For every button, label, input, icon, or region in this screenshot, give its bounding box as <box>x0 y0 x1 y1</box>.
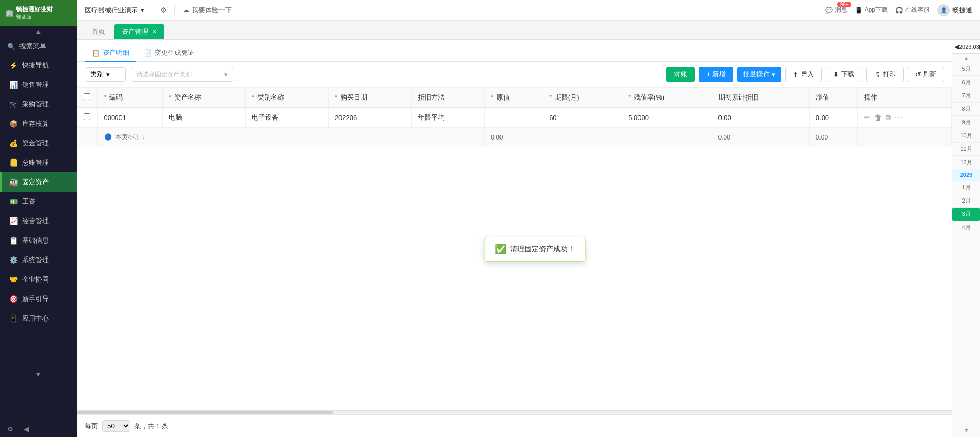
td-category: 电子设备 <box>245 108 328 128</box>
table-scrollbar[interactable] <box>77 410 952 414</box>
category-filter-label[interactable]: 类别 ▾ <box>85 67 126 82</box>
filter-label: 类别 <box>90 70 104 79</box>
data-table-wrap: * 编码 * 资产名称 * 类别名称 <box>77 88 952 410</box>
subtab-change-voucher[interactable]: 📄 变更生成凭证 <box>136 45 202 62</box>
row-checkbox[interactable] <box>84 113 90 120</box>
user-name: 畅捷通 <box>952 6 972 15</box>
td-net-value: 0.00 <box>809 108 857 128</box>
calendar-month-2023-1[interactable]: 1月 <box>952 181 980 194</box>
experience-label: 我要体验一下 <box>192 6 232 15</box>
guide-icon: 🎯 <box>9 295 18 303</box>
sidebar-item-system[interactable]: ⚙️ 系统管理 <box>0 250 77 270</box>
sidebar-item-guide[interactable]: 🎯 新手引导 <box>0 289 77 309</box>
sidebar-collapse-icon[interactable]: ◀ <box>24 425 29 433</box>
calendar-down-icon: ▾ <box>965 426 968 434</box>
calendar-header-label: 2023.03 <box>959 44 979 50</box>
calendar-header: ◀ 2023.03 ▶ <box>952 40 980 54</box>
sidebar-scroll-up[interactable]: ▲ <box>0 26 77 37</box>
sidebar-settings-icon[interactable]: ⚙ <box>7 425 13 433</box>
edit-action-icon[interactable]: ✏ <box>864 113 870 122</box>
reconcile-button[interactable]: 对账 <box>666 67 695 82</box>
sidebar-label-quick-nav: 快捷导航 <box>22 61 49 70</box>
sidebar-bottom: ⚙ ◀ <box>0 421 77 437</box>
th-period-label: 期限(月) <box>555 93 579 101</box>
experience-icon: ☁ <box>183 6 189 14</box>
sidebar-item-basic-info[interactable]: 📋 基础信息 <box>0 231 77 250</box>
sidebar-label-basic-info: 基础信息 <box>22 236 49 245</box>
sidebar-item-fixed-assets[interactable]: 🏭 固定资产 <box>0 172 77 192</box>
tab-asset-mgmt[interactable]: 资产管理 ✕ <box>114 24 164 39</box>
delete-action-icon[interactable]: 🗑 <box>874 113 882 122</box>
batch-button[interactable]: 批量操作 ▾ <box>737 67 781 82</box>
content-main: 📋 资产明细 📄 变更生成凭证 类别 ▾ 请选择固定资产类别 ▾ <box>77 40 952 437</box>
th-actions-label: 操作 <box>864 93 877 101</box>
topbar-settings-icon[interactable]: ⚙ <box>160 6 167 15</box>
td-code: 000001 <box>97 108 162 128</box>
per-page-select[interactable]: 50 10 20 100 <box>102 420 130 432</box>
calendar-bottom[interactable]: ▾ <box>952 423 980 437</box>
sidebar-item-ledger[interactable]: 📒 总账管理 <box>0 153 77 172</box>
download-button[interactable]: ⬇ 下载 <box>826 67 862 82</box>
th-residual-rate: * 残值率(%) <box>622 88 712 108</box>
calendar-month-9[interactable]: 9月 <box>952 116 980 129</box>
table-scrollbar-thumb[interactable] <box>77 411 333 414</box>
calendar-month-2023-2[interactable]: 2月 <box>952 194 980 208</box>
calendar-month-8[interactable]: 8月 <box>952 103 980 116</box>
message-badge: 99+ <box>837 2 851 7</box>
ledger-icon: 📒 <box>9 158 18 167</box>
calendar-collapse-icon[interactable]: ◀ <box>954 43 959 50</box>
import-button[interactable]: ⬆ 导入 <box>785 67 822 82</box>
calendar-year-2023: 2023 <box>952 169 980 181</box>
category-select[interactable]: 请选择固定资产类别 ▾ <box>131 68 233 82</box>
app-download-button[interactable]: 📱 App下载 <box>855 6 888 14</box>
calendar-month-2023-4[interactable]: 4月 <box>952 221 980 234</box>
calendar-month-11[interactable]: 11月 <box>952 143 980 156</box>
company-selector[interactable]: 医疗器械行业演示 ▾ <box>85 6 144 15</box>
sidebar-scroll-down[interactable]: ▼ <box>0 369 77 381</box>
message-button[interactable]: 💬 消息 99+ <box>825 6 847 14</box>
calendar-month-7[interactable]: 7月 <box>952 89 980 103</box>
calendar-month-10[interactable]: 10月 <box>952 129 980 143</box>
content-area: 📋 资产明细 📄 变更生成凭证 类别 ▾ 请选择固定资产类别 ▾ <box>77 40 980 437</box>
basic-info-icon: 📋 <box>9 236 18 245</box>
more-action-icon[interactable]: ⋯ <box>895 113 902 122</box>
refresh-icon: ↺ <box>915 71 921 78</box>
subtab-asset-detail[interactable]: 📋 资产明细 <box>85 45 136 62</box>
sidebar-item-enterprise[interactable]: 🤝 企业协同 <box>0 270 77 289</box>
logo-sub: 普及版 <box>16 14 53 21</box>
tabbar: 首页 资产管理 ✕ <box>77 21 980 40</box>
print-button[interactable]: 🖨 打印 <box>866 67 904 82</box>
tab-home[interactable]: 首页 <box>85 24 112 39</box>
th-actions: 操作 <box>858 88 952 108</box>
sidebar-item-quick-nav[interactable]: ⚡ 快捷导航 <box>0 55 77 75</box>
topbar-divider2 <box>174 5 175 15</box>
calendar-month-6[interactable]: 6月 <box>952 76 980 89</box>
sidebar-item-inventory[interactable]: 📦 库存核算 <box>0 114 77 133</box>
select-all-checkbox[interactable] <box>84 93 90 100</box>
td-checkbox <box>77 108 97 128</box>
tab-close-icon[interactable]: ✕ <box>152 29 157 35</box>
avatar: 👤 <box>937 4 950 16</box>
th-category: * 类别名称 <box>245 88 328 108</box>
sidebar-item-purchase[interactable]: 🛒 采购管理 <box>0 94 77 114</box>
change-voucher-icon: 📄 <box>144 49 152 57</box>
copy-action-icon[interactable]: ⧉ <box>886 113 891 122</box>
new-button[interactable]: + 新增 <box>699 67 733 82</box>
online-service-button[interactable]: 🎧 在线客服 <box>895 6 930 14</box>
sidebar-item-sales[interactable]: 📊 销售管理 <box>0 75 77 94</box>
calendar-month-12[interactable]: 12月 <box>952 156 980 169</box>
sidebar-item-capital[interactable]: 💰 资金管理 <box>0 133 77 153</box>
sidebar-item-payroll[interactable]: 💵 工资 <box>0 192 77 211</box>
print-icon: 🖨 <box>874 71 881 78</box>
user-menu[interactable]: 👤 畅捷通 <box>937 4 972 16</box>
sidebar-item-app-center[interactable]: 📱 应用中心 <box>0 309 77 328</box>
calendar-month-5[interactable]: 5月 <box>952 63 980 76</box>
refresh-button[interactable]: ↺ 刷新 <box>908 67 944 82</box>
toast-message: 清理固定资产成功！ <box>510 245 575 254</box>
experience-button[interactable]: ☁ 我要体验一下 <box>183 6 232 15</box>
search-menu-button[interactable]: 🔍 搜索菜单 <box>0 37 77 55</box>
sidebar-item-operations[interactable]: 📈 经营管理 <box>0 211 77 231</box>
calendar-scroll-up-btn[interactable]: ▲ <box>952 54 980 63</box>
calendar-month-2023-3[interactable]: 3月 <box>952 208 980 221</box>
logo-name: 畅捷通好业财 <box>16 5 53 14</box>
